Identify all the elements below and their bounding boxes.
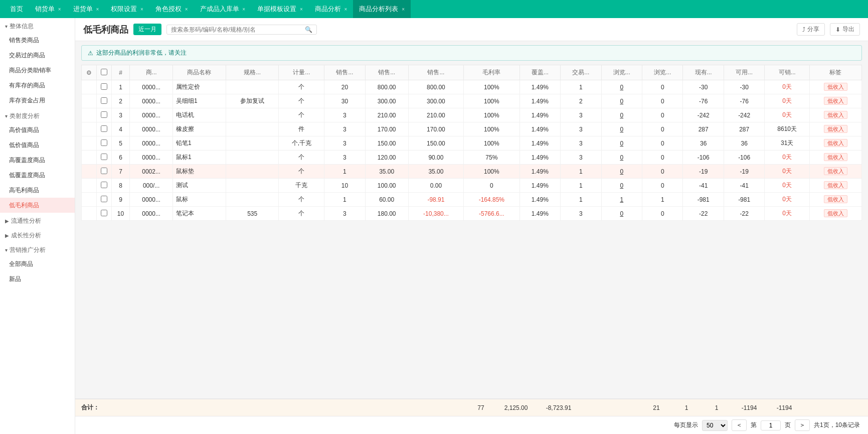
cell-views1[interactable]: 0 bbox=[601, 165, 642, 179]
search-icon[interactable]: 🔍 bbox=[305, 26, 312, 33]
per-page-select[interactable]: 50 20 100 bbox=[702, 420, 728, 431]
cell-views1[interactable]: 0 bbox=[601, 136, 642, 151]
cell-name[interactable]: 鼠标1 bbox=[173, 151, 226, 165]
col-name[interactable]: 商品名称 bbox=[173, 65, 226, 80]
nav-purchase-order[interactable]: 进货单 × bbox=[67, 0, 105, 18]
col-views2[interactable]: 浏览... bbox=[642, 65, 683, 80]
row-checkbox[interactable] bbox=[101, 97, 107, 104]
cell-checkbox[interactable] bbox=[97, 165, 112, 179]
cell-views1[interactable]: 0 bbox=[601, 179, 642, 193]
sidebar-item-all-products[interactable]: 全部商品 bbox=[0, 256, 75, 271]
col-checkbox[interactable] bbox=[97, 65, 112, 80]
nav-sales-order[interactable]: 销货单 × bbox=[29, 0, 67, 18]
nav-close-analysis-list[interactable]: × bbox=[400, 7, 405, 12]
col-views1[interactable]: 浏览... bbox=[601, 65, 642, 80]
cell-settings[interactable] bbox=[82, 136, 97, 151]
cell-name[interactable]: 属性定价 bbox=[173, 80, 226, 94]
nav-close-template[interactable]: × bbox=[298, 7, 303, 12]
cell-views1[interactable]: 1 bbox=[601, 193, 642, 207]
nav-close-purchase[interactable]: × bbox=[95, 7, 99, 12]
col-sales-qty[interactable]: 销售... bbox=[324, 65, 365, 80]
nav-product-analysis[interactable]: 商品分析 × bbox=[309, 0, 354, 18]
col-code[interactable]: 商... bbox=[130, 65, 173, 80]
sidebar-item-sales-products[interactable]: 销售类商品 bbox=[0, 33, 75, 48]
cell-checkbox[interactable] bbox=[97, 179, 112, 193]
cell-settings[interactable] bbox=[82, 108, 97, 122]
cell-checkbox[interactable] bbox=[97, 122, 112, 136]
nav-permission[interactable]: 权限设置 × bbox=[105, 0, 149, 18]
sidebar-item-high-value[interactable]: 高价值商品 bbox=[0, 122, 75, 137]
cell-settings[interactable] bbox=[82, 94, 97, 108]
row-checkbox[interactable] bbox=[101, 210, 107, 216]
cell-views1[interactable]: 0 bbox=[601, 151, 642, 165]
cell-settings[interactable] bbox=[82, 207, 97, 221]
row-checkbox[interactable] bbox=[101, 83, 107, 90]
nav-product-analysis-list[interactable]: 商品分析列表 × bbox=[353, 0, 411, 18]
col-trade-count[interactable]: 交易... bbox=[561, 65, 601, 80]
cell-views1[interactable]: 0 bbox=[601, 108, 642, 122]
sidebar-item-low-margin[interactable]: 低毛利商品 bbox=[0, 198, 75, 213]
col-sales-amount[interactable]: 销售... bbox=[408, 65, 463, 80]
nav-role-auth[interactable]: 角色授权 × bbox=[149, 0, 194, 18]
col-tag[interactable]: 标签 bbox=[809, 65, 861, 80]
cell-name[interactable]: 橡皮擦 bbox=[173, 122, 226, 136]
nav-home[interactable]: 首页 bbox=[4, 0, 29, 18]
nav-close-permission[interactable]: × bbox=[139, 7, 143, 12]
next-page-button[interactable]: ＞ bbox=[795, 419, 810, 431]
cell-name[interactable]: 测试 bbox=[173, 179, 226, 193]
row-checkbox[interactable] bbox=[101, 125, 107, 132]
col-saleable[interactable]: 可销... bbox=[765, 65, 810, 80]
search-input[interactable] bbox=[171, 26, 305, 33]
sidebar-item-stock-capital[interactable]: 库存资金占用 bbox=[0, 93, 75, 108]
cell-settings[interactable] bbox=[82, 151, 97, 165]
cell-name[interactable]: 笔记本 bbox=[173, 207, 226, 221]
sidebar-group-marketing[interactable]: ▾ 营销推广分析 bbox=[0, 242, 75, 256]
cell-checkbox[interactable] bbox=[97, 193, 112, 207]
cell-checkbox[interactable] bbox=[97, 151, 112, 165]
col-available[interactable]: 可用... bbox=[724, 65, 764, 80]
cell-checkbox[interactable] bbox=[97, 207, 112, 221]
nav-product-instock[interactable]: 产成品入库单 × bbox=[194, 0, 252, 18]
cell-settings[interactable] bbox=[82, 179, 97, 193]
nav-close-role[interactable]: × bbox=[184, 7, 188, 12]
col-spec[interactable]: 规格... bbox=[226, 65, 279, 80]
nav-close-analysis[interactable]: × bbox=[343, 7, 348, 12]
cell-checkbox[interactable] bbox=[97, 108, 112, 122]
cell-views1[interactable]: 0 bbox=[601, 122, 642, 136]
sidebar-item-in-stock[interactable]: 有库存的商品 bbox=[0, 78, 75, 93]
col-unit[interactable]: 计量... bbox=[279, 65, 324, 80]
sidebar-group-category[interactable]: ▾ 类射度分析 bbox=[0, 108, 75, 122]
sidebar-group-overall[interactable]: ▾ 整体信息 bbox=[0, 18, 75, 33]
share-button[interactable]: ⤴ 分享 bbox=[797, 23, 825, 36]
cell-views1[interactable]: 0 bbox=[601, 80, 642, 94]
search-box[interactable]: 🔍 bbox=[166, 25, 317, 35]
col-current-stock[interactable]: 现有... bbox=[683, 65, 724, 80]
row-checkbox[interactable] bbox=[101, 182, 107, 188]
cell-name[interactable]: 电话机 bbox=[173, 108, 226, 122]
filter-recent-month-button[interactable]: 近一月 bbox=[133, 24, 161, 35]
sidebar-item-low-coverage[interactable]: 低覆盖度商品 bbox=[0, 168, 75, 183]
cell-settings[interactable] bbox=[82, 122, 97, 136]
nav-close-product[interactable]: × bbox=[241, 7, 246, 12]
cell-checkbox[interactable] bbox=[97, 80, 112, 94]
cell-checkbox[interactable] bbox=[97, 136, 112, 151]
row-checkbox[interactable] bbox=[101, 196, 107, 202]
sidebar-item-high-margin[interactable]: 高毛利商品 bbox=[0, 183, 75, 198]
cell-checkbox[interactable] bbox=[97, 94, 112, 108]
col-coverage[interactable]: 覆盖... bbox=[519, 65, 560, 80]
cell-settings[interactable] bbox=[82, 165, 97, 179]
cell-views1[interactable]: 0 bbox=[601, 94, 642, 108]
cell-views1[interactable]: 0 bbox=[601, 207, 642, 221]
nav-template-settings[interactable]: 单据模板设置 × bbox=[251, 0, 309, 18]
row-checkbox[interactable] bbox=[101, 139, 107, 146]
col-gross-margin[interactable]: 毛利率 bbox=[464, 65, 520, 80]
select-all-checkbox[interactable] bbox=[101, 69, 107, 75]
sidebar-item-high-coverage[interactable]: 高覆盖度商品 bbox=[0, 153, 75, 168]
export-button[interactable]: ⬇ 导出 bbox=[830, 23, 860, 36]
cell-name[interactable]: 铅笔1 bbox=[173, 136, 226, 151]
sidebar-item-new-products[interactable]: 新品 bbox=[0, 271, 75, 286]
col-settings[interactable]: ⚙ bbox=[82, 65, 97, 80]
sidebar-group-liquidity[interactable]: ▶ 流通性分析 bbox=[0, 213, 75, 227]
cell-name[interactable]: 吴细细1 bbox=[173, 94, 226, 108]
sidebar-item-traded-products[interactable]: 交易过的商品 bbox=[0, 48, 75, 63]
